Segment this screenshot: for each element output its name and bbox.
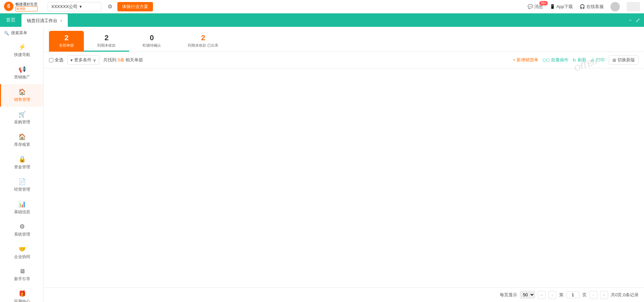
sidebar-item-label: 快捷导航: [14, 52, 30, 58]
try-industry-button[interactable]: 体验行业方案: [117, 2, 153, 11]
tab-active[interactable]: 钱货日清工作台 ×: [21, 14, 68, 27]
tab-minimize-button[interactable]: －: [628, 17, 633, 24]
stat-number-all: 2: [64, 34, 68, 42]
sidebar-item-label: 经营管理: [14, 187, 30, 192]
next-page-button[interactable]: ›: [589, 291, 597, 299]
last-page-button[interactable]: »: [600, 291, 608, 299]
content-area: 2 全部单据 2 到期未收款 0 旺辅待确认 2 到期未收款 已出库 全选: [44, 27, 644, 302]
sidebar-item-label: 库存核算: [14, 142, 30, 147]
found-suffix: 相关单据: [125, 57, 143, 62]
batch-operation-button[interactable]: ⬡⬡ 批量操作: [542, 57, 569, 63]
select-all-label: 全选: [55, 57, 63, 63]
app-icon: 📱: [550, 4, 555, 9]
filter-chevron-icon: ∨: [93, 58, 96, 63]
found-prefix: 共找到: [103, 57, 116, 62]
message-button[interactable]: 💬 消息 99+: [528, 4, 543, 10]
stat-tab-pending[interactable]: 0 旺辅待确认: [129, 31, 174, 52]
sidebar-item-label: 应用中心: [14, 299, 30, 302]
sidebar-item-system[interactable]: ⚙ 系统管理: [0, 219, 43, 241]
logo: 6 畅捷通好生意 标准版: [4, 2, 48, 11]
tab-expand-button[interactable]: ⤢: [636, 17, 640, 23]
user-name[interactable]: [627, 2, 640, 11]
prev-page-button[interactable]: ‹: [548, 291, 556, 299]
inventory-icon: 🏠: [18, 133, 26, 140]
add-sales-order-button[interactable]: + 新增销货单: [513, 57, 538, 63]
search-icon: 🔍: [4, 31, 9, 36]
logo-icon: 6: [4, 2, 13, 11]
per-page-label: 每页显示: [500, 292, 517, 298]
sidebar-item-label: 采购管理: [14, 119, 30, 125]
search-menu-button[interactable]: 🔍 搜索菜单: [0, 27, 43, 39]
app-download-label: App下载: [556, 4, 573, 10]
print-button[interactable]: 🖨 打印: [590, 57, 605, 63]
header-right: 💬 消息 99+ 📱 App下载 🎧 在线客服: [528, 2, 640, 11]
total-records: 共0页,0条记录: [611, 292, 639, 298]
stat-number-overdue: 2: [104, 34, 108, 42]
sidebar-item-sales[interactable]: 🏠 销售管理: [0, 84, 43, 107]
switch-version-button[interactable]: ⊞ 切换新版: [609, 55, 639, 65]
sidebar-item-label: 新手引导: [14, 276, 30, 282]
sidebar-item-marketing[interactable]: 📢 营销推广: [0, 62, 43, 84]
search-menu-label: 搜索菜单: [11, 30, 27, 36]
sidebar-item-inventory[interactable]: 🏠 库存核算: [0, 129, 43, 152]
sidebar-item-label: 基础信息: [14, 209, 30, 215]
stat-tab-all[interactable]: 2 全部单据: [49, 31, 84, 52]
finance-icon: 🔒: [18, 156, 26, 163]
refresh-button[interactable]: ↻ 刷新: [573, 57, 586, 63]
stat-label-pending: 旺辅待确认: [143, 43, 161, 48]
company-selector[interactable]: XXXXXX公司 ▾: [48, 2, 101, 11]
sidebar-item-label: 资金管理: [14, 164, 30, 170]
basic-icon: 📊: [18, 200, 26, 208]
stat-label-shipped: 到期未收款 已出库: [188, 43, 218, 48]
tab-close-button[interactable]: ×: [60, 18, 62, 23]
avatar[interactable]: [610, 2, 620, 11]
sidebar-item-basic[interactable]: 📊 基础信息: [0, 196, 43, 219]
first-page-button[interactable]: «: [538, 291, 546, 299]
filter-icon: ▾: [70, 58, 73, 63]
sidebar-item-guide[interactable]: 🖥 新手引导: [0, 264, 43, 286]
tab-home[interactable]: 首页: [0, 13, 21, 27]
tab-bar-right: － ⤢: [628, 17, 644, 24]
stat-number-pending: 0: [150, 34, 154, 42]
header: 6 畅捷通好生意 标准版 XXXXXX公司 ▾ ⚙ 体验行业方案 💬 消息 99…: [0, 0, 644, 13]
select-all-checkbox[interactable]: 全选: [49, 57, 63, 63]
service-icon: 🎧: [580, 4, 585, 9]
header-actions: ⚙ 体验行业方案: [105, 2, 153, 11]
sidebar-item-operations[interactable]: 📄 经营管理: [0, 174, 43, 196]
page-number-input[interactable]: [566, 291, 580, 298]
sidebar-item-label: 营销推广: [14, 74, 30, 80]
tab-active-label: 钱货日清工作台: [27, 18, 57, 24]
app-download-button[interactable]: 📱 App下载: [550, 4, 573, 10]
online-service-button[interactable]: 🎧 在线客服: [580, 4, 604, 10]
sales-icon: 🏠: [18, 88, 26, 96]
logo-text-block: 畅捷通好生意 标准版: [15, 2, 38, 11]
batch-icon: ⬡⬡: [542, 58, 550, 63]
page-size-select[interactable]: 50: [520, 291, 535, 299]
refresh-icon: ↻: [573, 58, 576, 63]
logo-tag: 标准版: [15, 6, 38, 11]
stat-tab-shipped[interactable]: 2 到期未收款 已出库: [174, 31, 232, 52]
message-icon: 💬: [528, 4, 533, 9]
sidebar: 🔍 搜索菜单 ⚡ 快捷导航 📢 营销推广 🏠 销售管理 🛒 采购管理 🏠 库存核…: [0, 27, 44, 302]
table-area: [44, 68, 644, 287]
select-all-input[interactable]: [49, 58, 53, 62]
print-label: 打印: [596, 57, 605, 63]
sidebar-item-quick-nav[interactable]: ⚡ 快捷导航: [0, 39, 43, 62]
sidebar-item-cooperation[interactable]: 🤝 企业协同: [0, 241, 43, 264]
refresh-label: 刷新: [578, 57, 586, 63]
settings-button[interactable]: ⚙: [105, 2, 115, 11]
cooperation-icon: 🤝: [18, 245, 26, 253]
operations-icon: 📄: [18, 178, 26, 185]
page-label: 第: [559, 292, 564, 298]
main-layout: 🔍 搜索菜单 ⚡ 快捷导航 📢 营销推广 🏠 销售管理 🛒 采购管理 🏠 库存核…: [0, 27, 644, 302]
company-name: XXXXXX公司: [51, 4, 77, 10]
found-count: 0条: [118, 57, 124, 62]
pagination: 每页显示 50 « ‹ 第 页 › » 共0页,0条记录: [44, 287, 644, 302]
sidebar-item-finance[interactable]: 🔒 资金管理: [0, 152, 43, 174]
filter-button[interactable]: ▾ 更多条件 ∨: [67, 55, 99, 65]
sidebar-item-purchase[interactable]: 🛒 采购管理: [0, 107, 43, 129]
marketing-icon: 📢: [18, 66, 26, 73]
sidebar-item-appcenter[interactable]: 🎁 应用中心: [0, 286, 43, 302]
message-badge: 99+: [539, 1, 548, 5]
stat-tab-overdue[interactable]: 2 到期未收款: [84, 31, 129, 52]
